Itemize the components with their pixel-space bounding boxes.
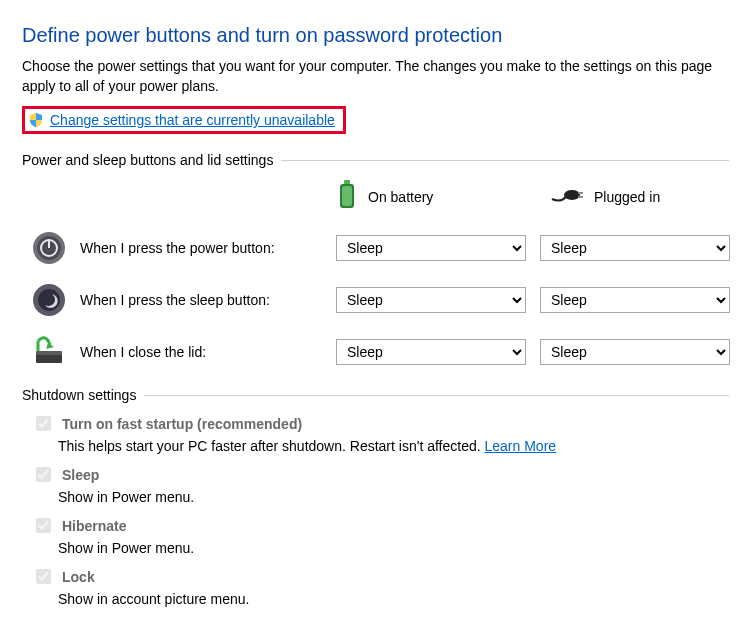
column-plugged: Plugged in [550, 185, 747, 208]
power-sleep-section: Power and sleep buttons and lid settings… [22, 152, 729, 369]
row-label: When I press the power button: [80, 240, 275, 256]
change-settings-highlight: Change settings that are currently unava… [22, 106, 346, 134]
lid-plugged-select[interactable]: Sleep [540, 339, 730, 365]
power-button-battery-select[interactable]: Sleep [336, 235, 526, 261]
shield-icon [28, 112, 44, 128]
sleep-button-icon [32, 283, 66, 317]
lid-icon [32, 335, 66, 369]
row-label: When I close the lid: [80, 344, 206, 360]
power-button-icon [32, 231, 66, 265]
page-description: Choose the power settings that you want … [22, 57, 729, 96]
shutdown-section: Shutdown settings Turn on fast startup (… [22, 387, 729, 607]
sleep-checkbox [36, 467, 51, 482]
fast-startup-checkbox [36, 416, 51, 431]
svg-point-3 [564, 190, 580, 200]
fast-startup-title: Turn on fast startup (recommended) [62, 416, 302, 432]
column-battery: On battery [336, 180, 536, 213]
page-title: Define power buttons and turn on passwor… [22, 24, 729, 47]
sleep-item: Sleep Show in Power menu. [32, 464, 729, 505]
svg-rect-5 [578, 196, 583, 198]
hibernate-item: Hibernate Show in Power menu. [32, 515, 729, 556]
svg-rect-0 [344, 180, 350, 184]
row-sleep-button: When I press the sleep button: Sleep Sle… [22, 283, 729, 317]
divider [144, 395, 729, 396]
learn-more-link[interactable]: Learn More [485, 438, 557, 454]
power-button-plugged-select[interactable]: Sleep [540, 235, 730, 261]
fast-startup-desc: This helps start your PC faster after sh… [58, 438, 485, 454]
sleep-desc: Show in Power menu. [58, 489, 729, 505]
section-header-shutdown: Shutdown settings [22, 387, 136, 403]
lid-battery-select[interactable]: Sleep [336, 339, 526, 365]
sleep-button-plugged-select[interactable]: Sleep [540, 287, 730, 313]
hibernate-title: Hibernate [62, 518, 127, 534]
sleep-button-battery-select[interactable]: Sleep [336, 287, 526, 313]
section-header-power: Power and sleep buttons and lid settings [22, 152, 273, 168]
lock-item: Lock Show in account picture menu. [32, 566, 729, 607]
column-battery-label: On battery [368, 189, 433, 205]
lock-checkbox [36, 569, 51, 584]
svg-rect-2 [342, 186, 352, 206]
hibernate-desc: Show in Power menu. [58, 540, 729, 556]
lock-title: Lock [62, 569, 95, 585]
plug-icon [550, 185, 584, 208]
change-settings-link[interactable]: Change settings that are currently unava… [50, 112, 335, 128]
divider [281, 160, 729, 161]
row-power-button: When I press the power button: Sleep Sle… [22, 231, 729, 265]
row-close-lid: When I close the lid: Sleep Sleep [22, 335, 729, 369]
battery-icon [336, 180, 358, 213]
sleep-title: Sleep [62, 467, 99, 483]
hibernate-checkbox [36, 518, 51, 533]
column-plugged-label: Plugged in [594, 189, 660, 205]
row-label: When I press the sleep button: [80, 292, 270, 308]
fast-startup-item: Turn on fast startup (recommended) This … [32, 413, 729, 454]
lock-desc: Show in account picture menu. [58, 591, 729, 607]
svg-rect-4 [578, 192, 583, 194]
svg-rect-13 [36, 351, 62, 355]
